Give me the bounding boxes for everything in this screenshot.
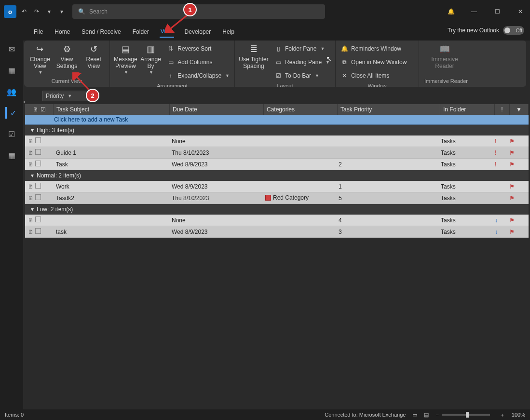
zoom-out-button[interactable]: − xyxy=(435,412,438,418)
task-row[interactable]: 🗎 None4Tasks↓⚑ xyxy=(25,215,529,226)
menu-folder[interactable]: Folder xyxy=(132,27,150,37)
more-apps-icon[interactable]: ▦ xyxy=(6,149,17,161)
group-by-priority[interactable]: Priority▼ xyxy=(42,91,88,101)
menu-file[interactable]: File xyxy=(33,27,44,37)
task-row[interactable]: 🗎 Guide 1Thu 8/10/2023Tasks!⚑ xyxy=(25,147,529,159)
mail-icon[interactable]: ✉ xyxy=(6,43,17,55)
svg-line-1 xyxy=(75,75,89,90)
menu-help[interactable]: Help xyxy=(221,27,235,37)
try-new-outlook: Try the new Outlook Off xyxy=(448,26,524,35)
task-row[interactable]: 🗎 taskWed 8/9/20233Tasks↓⚑ xyxy=(25,226,529,238)
folder-pane-button[interactable]: ▯Folder Pane▼ xyxy=(272,42,332,55)
title-bar: o ↶ ↷ ▾ ▾ 🔍 Search 🔔 — ☐ ✕ xyxy=(0,0,530,23)
outlook-app-icon: o xyxy=(4,5,16,18)
zoom-slider[interactable] xyxy=(442,414,490,416)
redo-icon[interactable]: ↷ xyxy=(32,7,41,16)
people-icon[interactable]: 👥 xyxy=(6,86,17,97)
ribbon-group-label-arrangement: Arrangement xyxy=(113,82,231,87)
view-normal-icon[interactable]: ▭ xyxy=(412,412,417,418)
use-tighter-spacing-button[interactable]: ≣Use Tighter Spacing xyxy=(238,42,270,82)
reverse-sort-icon: ⇅ xyxy=(167,45,175,52)
task-complete-checkbox[interactable] xyxy=(35,194,41,200)
menu-send-receive[interactable]: Send / Receive xyxy=(81,27,122,37)
task-importance: ! xyxy=(492,149,506,156)
col-filter-icon[interactable]: ▼ xyxy=(510,104,529,115)
task-flag[interactable]: ⚑ xyxy=(506,217,525,224)
col-priority[interactable]: Task Priority xyxy=(338,104,440,115)
task-complete-checkbox[interactable] xyxy=(35,137,41,143)
todo-bar-button[interactable]: ☑To-Do Bar▼ xyxy=(272,69,332,82)
task-flag[interactable]: ⚑ xyxy=(506,138,525,145)
reset-view-button[interactable]: ↺Reset View xyxy=(81,42,107,76)
task-row[interactable]: 🗎 NoneTasks!⚑ xyxy=(25,135,529,147)
task-priority: 3 xyxy=(336,229,438,235)
col-subject[interactable]: Task Subject xyxy=(54,104,170,115)
group-header[interactable]: ▾High: 3 item(s) xyxy=(25,125,529,135)
tasks-icon[interactable]: ✓ xyxy=(5,107,18,119)
task-complete-checkbox[interactable] xyxy=(35,217,41,222)
calendar-icon[interactable]: ▦ xyxy=(6,65,17,76)
message-preview-button[interactable]: ▤Message Preview▼ xyxy=(113,42,138,82)
task-due: None xyxy=(169,217,262,224)
task-complete-checkbox[interactable] xyxy=(35,228,41,234)
add-columns-button[interactable]: ▭Add Columns xyxy=(165,56,231,68)
reverse-sort-button[interactable]: ⇅Reverse Sort xyxy=(165,42,231,55)
menu-home[interactable]: Home xyxy=(54,27,71,37)
task-row[interactable]: 🗎 TaskWed 8/9/20232Tasks!⚑ xyxy=(25,159,529,170)
qat-customize-icon[interactable]: ▾ xyxy=(44,7,54,16)
qat-dropdown-icon[interactable]: ▾ xyxy=(57,7,67,16)
view-reading-icon[interactable]: ▤ xyxy=(424,412,429,418)
search-input[interactable]: 🔍 Search xyxy=(72,4,325,19)
ribbon-view: ↪Change View▼ ⚙View Settings ↺Reset View… xyxy=(24,41,526,87)
try-new-toggle[interactable]: Off xyxy=(503,26,524,35)
arrange-by-button[interactable]: ▥Arrange By▼ xyxy=(139,42,163,82)
task-subject: Guide 1 xyxy=(53,149,169,156)
group-header[interactable]: ▾Low: 2 item(s) xyxy=(25,204,529,215)
task-flag[interactable]: ⚑ xyxy=(506,149,525,156)
reading-pane-button[interactable]: ▭Reading Pane▼ xyxy=(272,56,332,68)
task-flag[interactable]: ⚑ xyxy=(506,161,525,168)
folder-pane-icon: ▯ xyxy=(274,45,282,52)
task-complete-checkbox[interactable] xyxy=(35,161,41,166)
col-due-date[interactable]: Due Date xyxy=(170,104,264,115)
task-complete-checkbox[interactable] xyxy=(35,149,41,155)
task-category: Red Category xyxy=(262,194,336,202)
col-categories[interactable]: Categories xyxy=(264,104,338,115)
tighter-spacing-icon: ≣ xyxy=(250,43,258,56)
maximize-button[interactable]: ☐ xyxy=(490,8,504,15)
col-folder[interactable]: In Folder xyxy=(440,104,495,115)
task-flag[interactable]: ⚑ xyxy=(506,229,525,235)
col-importance-icon[interactable]: ! xyxy=(495,104,510,115)
minimize-button[interactable]: — xyxy=(467,8,481,15)
view-settings-button[interactable]: ⚙View Settings xyxy=(54,42,80,76)
task-flag[interactable]: ⚑ xyxy=(506,183,525,190)
immersive-reader-button[interactable]: 📖Immersive Reader xyxy=(422,42,467,71)
task-importance: ↓ xyxy=(492,217,506,224)
ribbon-group-layout: ≣Use Tighter Spacing ▯Folder Pane▼ ▭Read… xyxy=(235,41,336,87)
task-item-icon: 🗎 xyxy=(28,161,34,168)
reminders-window-button[interactable]: 🔔Reminders Window xyxy=(339,42,416,55)
todo-icon[interactable]: ☑ xyxy=(6,128,17,140)
task-flag[interactable]: ⚑ xyxy=(506,195,525,202)
task-row[interactable]: 🗎 Tasdk2Thu 8/10/2023Red Category5Tasks⚑ xyxy=(25,192,529,204)
task-folder: Tasks xyxy=(438,217,492,224)
task-item-icon: 🗎 xyxy=(28,229,34,235)
close-button[interactable]: ✕ xyxy=(514,8,527,15)
close-all-button[interactable]: ✕Close All Items xyxy=(339,69,416,82)
ribbon-group-window: 🔔Reminders Window ⧉Open in New Window ✕C… xyxy=(336,41,419,87)
task-complete-checkbox[interactable] xyxy=(35,183,41,189)
col-icon-header[interactable]: 🗎☑ xyxy=(25,104,54,115)
task-row[interactable]: 🗎 WorkWed 8/9/20231Tasks⚑ xyxy=(25,181,529,192)
new-task-row[interactable]: Click here to add a new Task xyxy=(25,115,529,125)
task-folder: Tasks xyxy=(438,149,492,156)
undo-icon[interactable]: ↶ xyxy=(19,7,29,16)
expand-collapse-button[interactable]: ＋Expand/Collapse▼ xyxy=(165,69,231,82)
left-nav-rail: ✉ ▦ 👥 ✓ ☑ ▦ xyxy=(0,0,23,409)
change-view-icon: ↪ xyxy=(36,43,43,56)
group-header[interactable]: ▾Normal: 2 item(s) xyxy=(25,170,529,181)
change-view-button[interactable]: ↪Change View▼ xyxy=(27,42,53,76)
open-new-window-button[interactable]: ⧉Open in New Window xyxy=(339,56,416,68)
task-due: Thu 8/10/2023 xyxy=(169,195,262,202)
notifications-icon[interactable]: 🔔 xyxy=(444,8,458,15)
zoom-in-button[interactable]: ＋ xyxy=(500,411,505,419)
